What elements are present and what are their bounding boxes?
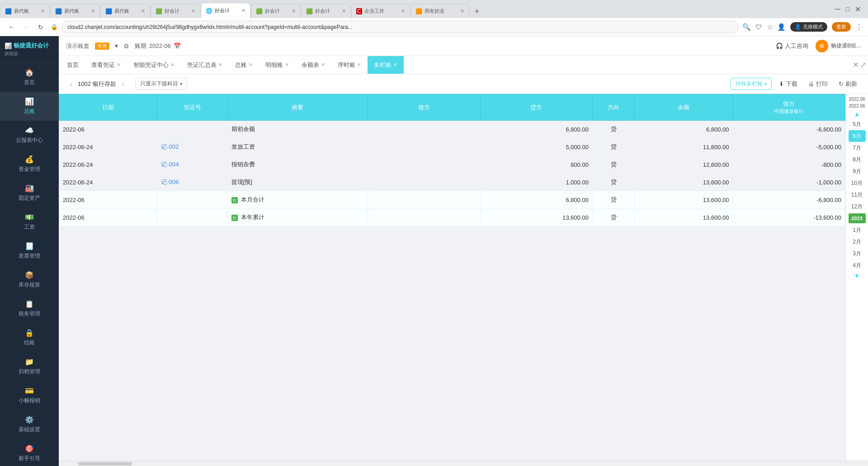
tab-close-summary[interactable]: ✕ bbox=[218, 62, 222, 68]
tab-nav-detail-ledger[interactable]: 明细账 ✕ bbox=[259, 56, 295, 74]
special-btn[interactable]: 特殊多栏账 ▾ bbox=[731, 78, 772, 90]
sidebar-item-home[interactable]: 🏠 首页 bbox=[0, 63, 59, 92]
profile-icon[interactable]: 👤 bbox=[777, 23, 786, 31]
sidebar-item-close-account[interactable]: 🔒 结账 bbox=[0, 323, 59, 352]
sidebar-item-archive[interactable]: 📁 归档管理 bbox=[0, 352, 59, 381]
vpn-icon[interactable]: 🛡 bbox=[755, 23, 762, 31]
sidebar-item-invoice[interactable]: 🧾 发票管理 bbox=[0, 236, 59, 265]
menu-icon[interactable]: ⋮ bbox=[855, 23, 863, 31]
tab8-close[interactable]: ✕ bbox=[401, 8, 405, 14]
rp-month-11[interactable]: 11月 bbox=[849, 189, 866, 201]
tab1-close[interactable]: ✕ bbox=[41, 8, 45, 14]
voucher-link[interactable]: 记-004 bbox=[161, 161, 179, 168]
sidebar-item-fund[interactable]: 💰 资金管理 bbox=[0, 150, 59, 179]
tab-8[interactable]: C 企业工作 ✕ bbox=[351, 4, 410, 18]
tab-close-balance[interactable]: ✕ bbox=[321, 62, 325, 68]
sidebar-item-tax[interactable]: 📋 税务管理 bbox=[0, 294, 59, 323]
consult-btn[interactable]: 🎧 人工咨询 bbox=[776, 42, 808, 50]
tab-nav-smart-voucher[interactable]: 智能凭证中心 ✕ bbox=[127, 56, 181, 74]
forward-btn[interactable]: → bbox=[20, 21, 33, 33]
tab-close-journal[interactable]: ✕ bbox=[357, 62, 361, 68]
tab9-close[interactable]: ✕ bbox=[460, 8, 464, 14]
tab-nav-voucher-view[interactable]: 查看凭证 ✕ bbox=[85, 56, 127, 74]
expand-panel-icon[interactable]: ⤢ bbox=[860, 61, 866, 69]
tab-nav-general-ledger[interactable]: 总账 ✕ bbox=[229, 56, 259, 74]
stealth-mode-btn[interactable]: 👤 无痕模式 bbox=[790, 22, 827, 32]
update-btn[interactable]: 更新 bbox=[832, 22, 851, 32]
sidebar-item-expense[interactable]: 💳 小畅报销 bbox=[0, 381, 59, 410]
tab-3[interactable]: 🟦 易代账 ✕ bbox=[100, 4, 150, 18]
tab-nav-journal[interactable]: 序时账 ✕ bbox=[331, 56, 368, 74]
tab-nav-voucher-summary[interactable]: 凭证汇总表 ✕ bbox=[181, 56, 229, 74]
add-tab-btn[interactable]: ＋ bbox=[470, 4, 484, 18]
tab7-close[interactable]: ✕ bbox=[342, 8, 346, 14]
h-scrollbar-thumb[interactable] bbox=[78, 462, 132, 466]
tab6-close[interactable]: ✕ bbox=[292, 8, 296, 14]
tab5-close[interactable]: ✕ bbox=[241, 8, 245, 14]
rp-month-12[interactable]: 12月 bbox=[849, 201, 866, 212]
rp-month-5[interactable]: 5月 bbox=[849, 118, 866, 130]
tab4-close[interactable]: ✕ bbox=[191, 8, 195, 14]
period-dropdown[interactable]: ▾ bbox=[115, 42, 118, 49]
filter-dropdown[interactable]: 只显示下级科目 ▾ bbox=[135, 78, 187, 90]
refresh-btn[interactable]: ↻ bbox=[34, 21, 47, 33]
search-icon[interactable]: 🔍 bbox=[742, 23, 751, 31]
tab-nav-home[interactable]: 首页 bbox=[61, 56, 85, 74]
tab2-close[interactable]: ✕ bbox=[91, 8, 95, 14]
prev-account-btn[interactable]: ‹ bbox=[66, 79, 76, 89]
rp-month-10[interactable]: 10月 bbox=[849, 177, 866, 189]
voucher-link[interactable]: 记-006 bbox=[161, 179, 179, 185]
tab-close-voucher-view[interactable]: ✕ bbox=[117, 62, 121, 68]
scroll-down-btn[interactable]: ▼ bbox=[849, 271, 865, 280]
user-area[interactable]: 畅 畅捷通B组... bbox=[816, 40, 861, 52]
next-account-btn[interactable]: › bbox=[118, 79, 128, 89]
cell-voucher[interactable]: 记-002 bbox=[157, 138, 227, 156]
sidebar-item-salary[interactable]: 💵 工资 bbox=[0, 207, 59, 236]
tab-close-multi[interactable]: ✕ bbox=[393, 62, 397, 68]
tab-close-general[interactable]: ✕ bbox=[249, 62, 253, 68]
h-scrollbar[interactable] bbox=[59, 461, 868, 466]
rp-month-8[interactable]: 8月 bbox=[849, 154, 866, 165]
rp-month-4[interactable]: 4月 bbox=[849, 259, 866, 271]
close-panel-icon[interactable]: ✕ bbox=[853, 61, 859, 69]
tab-7[interactable]: 🟩 好会计 ✕ bbox=[301, 4, 351, 18]
tab-close-detail[interactable]: ✕ bbox=[285, 62, 289, 68]
sidebar-item-asset[interactable]: 🏭 固定资产 bbox=[0, 179, 59, 207]
sidebar-item-inventory[interactable]: 📦 库存核算 bbox=[0, 265, 59, 294]
tab-nav-multi-col[interactable]: 多栏账 ✕ bbox=[368, 56, 404, 74]
rp-month-2[interactable]: 2月 bbox=[849, 236, 866, 248]
tab-9[interactable]: 🟧 用友好业 ✕ bbox=[410, 4, 469, 18]
tab-5-active[interactable]: 🌐 好会计 ✕ bbox=[201, 3, 250, 18]
voucher-link[interactable]: 记-002 bbox=[161, 143, 179, 150]
cell-voucher[interactable]: 记-006 bbox=[157, 174, 227, 191]
tab-close-smart[interactable]: ✕ bbox=[170, 62, 175, 68]
scroll-up-btn[interactable]: ▲ bbox=[849, 109, 865, 118]
calendar-icon[interactable]: 📅 bbox=[174, 42, 181, 49]
minimize-btn[interactable]: ─ bbox=[835, 5, 840, 13]
star-icon[interactable]: ☆ bbox=[767, 23, 773, 31]
sidebar-item-report[interactable]: ☁️ 云报表中心 bbox=[0, 121, 59, 150]
refresh-action-btn[interactable]: ↻ 刷新 bbox=[835, 78, 861, 90]
rp-month-6-active[interactable]: 6月 bbox=[849, 130, 866, 142]
tab3-close[interactable]: ✕ bbox=[141, 8, 145, 14]
rp-month-1[interactable]: 1月 bbox=[849, 224, 866, 236]
tab-4[interactable]: 🟩 好会计 ✕ bbox=[151, 4, 200, 18]
cell-voucher[interactable]: 记-004 bbox=[157, 156, 227, 174]
close-btn[interactable]: ✕ bbox=[855, 5, 861, 14]
rp-month-7[interactable]: 7月 bbox=[849, 142, 866, 154]
tab-1[interactable]: 🟦 易代账 ✕ bbox=[0, 4, 50, 18]
download-btn[interactable]: ⬇ 下载 bbox=[775, 78, 801, 90]
gear-settings-icon[interactable]: ⚙ bbox=[123, 42, 129, 50]
sidebar-item-guide[interactable]: 🎯 新手引导 bbox=[0, 439, 59, 466]
tab-6[interactable]: 🟩 好会计 ✕ bbox=[251, 4, 301, 18]
print-btn[interactable]: 🖨 打印 bbox=[805, 78, 831, 90]
rp-month-3[interactable]: 3月 bbox=[849, 248, 866, 259]
sidebar-item-ledger[interactable]: 📊 总账 bbox=[0, 92, 59, 121]
sidebar-item-settings[interactable]: ⚙️ 基础设置 bbox=[0, 410, 59, 439]
rp-month-9[interactable]: 9月 bbox=[849, 165, 866, 177]
tab-2[interactable]: 🟦 易代账 ✕ bbox=[50, 4, 100, 18]
back-btn[interactable]: ← bbox=[5, 21, 18, 33]
maximize-btn[interactable]: □ bbox=[846, 5, 849, 13]
tab-nav-balance[interactable]: 余额表 ✕ bbox=[295, 56, 331, 74]
url-bar[interactable]: cloud2.chanjet.com/accounting/uh26t264j5… bbox=[61, 21, 739, 33]
